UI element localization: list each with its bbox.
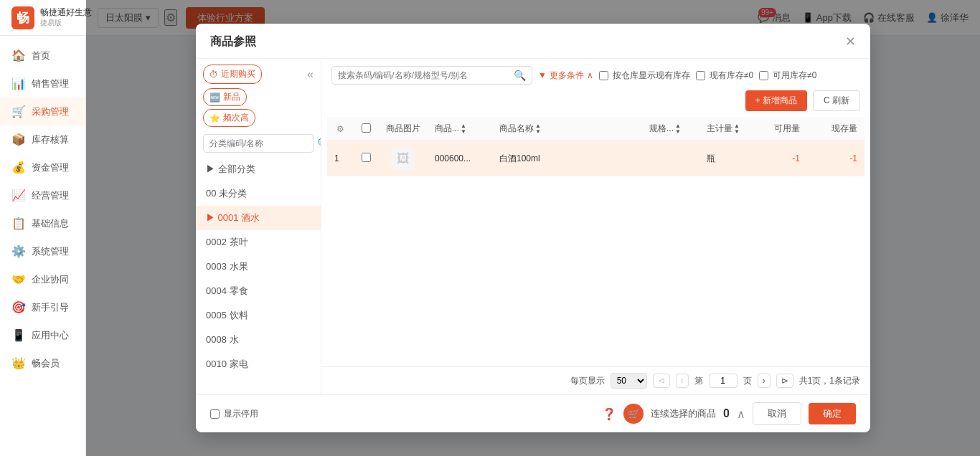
- sidebar-apps-label: 应用中心: [32, 329, 69, 342]
- filter-icon: ▼: [538, 70, 547, 80]
- row-number: 1: [334, 153, 339, 163]
- table-header: ⚙ 商品图片: [327, 117, 864, 141]
- available-stock-input[interactable]: [696, 71, 705, 80]
- product-name: 白酒100ml: [499, 153, 540, 163]
- new-product-icon: 🆕: [209, 92, 220, 103]
- sidebar-item-vip[interactable]: 👑 畅会员: [0, 349, 85, 377]
- sales-icon: 📊: [11, 77, 26, 90]
- modal-overlay: 商品参照 ✕ ⏱ 近期购买 «: [86, 0, 980, 456]
- sidebar-operations-label: 经营管理: [32, 189, 69, 202]
- selected-count: 0: [723, 407, 730, 420]
- warehouse-checkbox-input[interactable]: [599, 71, 608, 80]
- inventory-icon: 📦: [11, 133, 26, 146]
- sidebar-home-label: 首页: [32, 49, 50, 62]
- cat-item-tea[interactable]: 0002 茶叶: [196, 230, 321, 255]
- th-name-label: 商品名称: [499, 123, 534, 135]
- th-name: 商品名称 ▲▼: [492, 117, 642, 141]
- product-table-container: ⚙ 商品图片: [321, 117, 870, 366]
- purchase-icon: 🛒: [11, 105, 26, 118]
- main-area: 商品参照 ✕ ⏱ 近期购买 «: [86, 36, 980, 456]
- sidebar-guide-label: 新手引导: [32, 301, 69, 314]
- show-disabled-checkbox[interactable]: [210, 409, 220, 419]
- main-layout: 🏠 首页 📊 销售管理 🛒 采购管理 📦 库存核算 💰 资金管理 📈 经营管理 …: [0, 36, 980, 456]
- th-name-sort[interactable]: 商品名称 ▲▼: [499, 123, 541, 135]
- uncategorized-label: 00 未分类: [206, 187, 247, 200]
- th-available-label: 可用量: [774, 123, 800, 133]
- cell-name: 白酒100ml: [492, 141, 642, 176]
- sidebar-item-system[interactable]: ⚙️ 系统管理: [0, 237, 85, 265]
- sidebar-item-purchase[interactable]: 🛒 采购管理: [0, 98, 85, 125]
- category-tabs: ⏱ 近期购买 «: [196, 59, 321, 87]
- warehouse-display-checkbox[interactable]: 按仓库显示现有库存: [599, 70, 690, 82]
- product-search-input[interactable]: [338, 70, 514, 80]
- product-table: ⚙ 商品图片: [327, 117, 864, 176]
- more-filters-button[interactable]: ▼ 更多条件 ∧: [538, 70, 593, 82]
- sidebar-item-inventory[interactable]: 📦 库存核算: [0, 125, 85, 153]
- first-page-button[interactable]: ⊲: [653, 374, 670, 388]
- sidebar-item-enterprise[interactable]: 🤝 企业协同: [0, 265, 85, 293]
- cat-item-snack[interactable]: 0004 零食: [196, 279, 321, 303]
- category-search-input[interactable]: [209, 138, 317, 148]
- system-icon: ⚙️: [11, 244, 26, 258]
- row-checkbox[interactable]: [362, 153, 371, 162]
- tab-new-product[interactable]: 🆕 新品: [203, 88, 247, 106]
- usable-stock-input[interactable]: [759, 71, 768, 80]
- sidebar-item-finance[interactable]: 💰 资金管理: [0, 153, 85, 181]
- next-page-button[interactable]: ›: [758, 374, 771, 388]
- th-code-sort[interactable]: 商品... ▲▼: [435, 123, 466, 135]
- confirm-button[interactable]: 确定: [809, 403, 856, 424]
- last-page-button[interactable]: ⊳: [776, 374, 793, 388]
- cart-icon-button[interactable]: 🛒: [623, 404, 644, 424]
- sort-arrows-unit: ▲▼: [734, 123, 740, 135]
- show-disabled-label[interactable]: 显示停用: [210, 408, 258, 420]
- cat-item-all[interactable]: ▶ 全部分类: [196, 157, 321, 181]
- enterprise-icon: 🤝: [11, 272, 26, 286]
- cat-item-uncategorized[interactable]: 00 未分类: [196, 181, 321, 206]
- sidebar-item-apps[interactable]: 📱 应用中心: [0, 321, 85, 349]
- pagination-area: 每页显示 50 100 200 ⊲ ‹ 第 页 ›: [321, 366, 870, 394]
- sidebar-item-operations[interactable]: 📈 经营管理: [0, 181, 85, 209]
- sidebar-item-basics[interactable]: 📋 基础信息: [0, 209, 85, 237]
- cat-item-appliance[interactable]: 0010 家电: [196, 352, 321, 376]
- vip-icon: 👑: [11, 356, 26, 370]
- toolbar-right: + 新增商品 C 刷新: [745, 90, 860, 111]
- th-unit-sort[interactable]: 主计量 ▲▼: [707, 123, 740, 135]
- cat-item-liquor[interactable]: ▶ 0001 酒水: [196, 206, 321, 230]
- table-row[interactable]: 1 🖼: [327, 141, 864, 176]
- th-settings[interactable]: ⚙: [327, 117, 353, 141]
- tab-new-label: 新品: [223, 91, 240, 103]
- add-product-button[interactable]: + 新增商品: [745, 90, 807, 111]
- usable-stock-checkbox[interactable]: 可用库存≠0: [759, 70, 816, 82]
- cell-check[interactable]: [353, 141, 379, 176]
- modal-close-button[interactable]: ✕: [845, 34, 856, 49]
- th-image-sort[interactable]: 商品图片: [386, 123, 420, 135]
- cat-item-fruit[interactable]: 0003 水果: [196, 255, 321, 279]
- select-all-checkbox[interactable]: [362, 123, 371, 133]
- sort-arrows-code: ▲▼: [461, 123, 466, 135]
- sidebar-item-guide[interactable]: 🎯 新手引导: [0, 293, 85, 321]
- tab-frequent[interactable]: ⭐ 频次高: [203, 109, 255, 127]
- page-label: 第: [694, 375, 703, 387]
- product-search-icon[interactable]: 🔍: [514, 70, 526, 81]
- usable-stock-label: 可用库存≠0: [773, 70, 816, 82]
- cancel-button[interactable]: 取消: [753, 402, 801, 425]
- help-icon[interactable]: ❓: [602, 407, 616, 421]
- app-sub: 捷易版: [40, 18, 92, 28]
- tab-recent-purchase[interactable]: ⏱ 近期购买: [203, 65, 262, 84]
- guide-icon: 🎯: [11, 300, 26, 314]
- cat-item-water[interactable]: 0008 水: [196, 328, 321, 352]
- th-spec-sort[interactable]: 规格... ▲▼: [649, 123, 681, 135]
- modal-body: ⏱ 近期购买 « 🆕 新品 ⭐ 频次高: [196, 59, 870, 394]
- prev-page-button[interactable]: ‹: [676, 374, 689, 388]
- footer-collapse-button[interactable]: ∧: [737, 407, 745, 421]
- sort-arrows-spec: ▲▼: [675, 123, 681, 135]
- available-stock-checkbox[interactable]: 现有库存≠0: [696, 70, 753, 82]
- per-page-select[interactable]: 50 100 200: [611, 373, 647, 389]
- sidebar-item-sales[interactable]: 📊 销售管理: [0, 70, 85, 98]
- cat-item-beverage[interactable]: 0005 饮料: [196, 303, 321, 328]
- page-number-input[interactable]: [709, 374, 738, 388]
- panel-collapse-button[interactable]: «: [307, 68, 314, 81]
- sidebar-item-home[interactable]: 🏠 首页: [0, 42, 85, 70]
- refresh-button[interactable]: C 刷新: [813, 90, 860, 111]
- sort-arrows-name: ▲▼: [535, 123, 541, 135]
